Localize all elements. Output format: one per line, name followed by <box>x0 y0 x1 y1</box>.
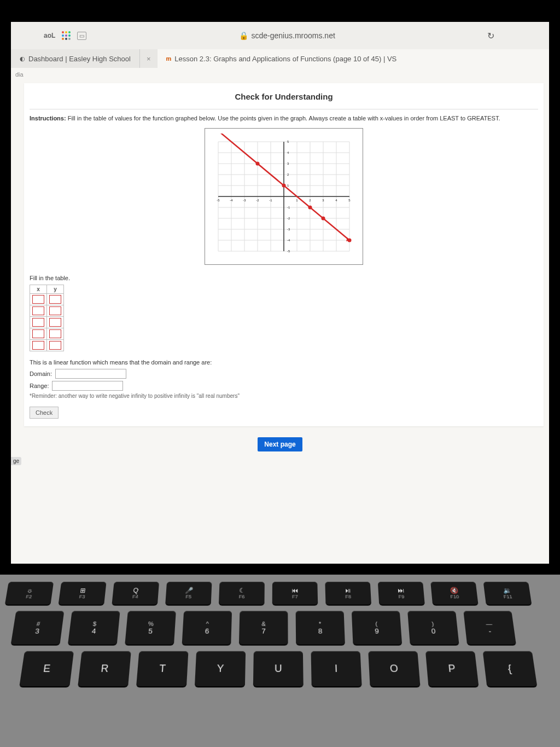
key-5: %5 <box>125 611 176 644</box>
key-f5: 🎤F5 <box>165 582 212 605</box>
key-E: E <box>19 651 74 686</box>
col-y-header: y <box>47 285 64 294</box>
svg-text:3: 3 <box>322 199 324 202</box>
x-input[interactable] <box>32 329 44 338</box>
key-{: { <box>483 651 538 686</box>
key-6: ^6 <box>182 611 232 644</box>
key-f6: ☾F6 <box>219 582 265 605</box>
y-input[interactable] <box>49 295 61 304</box>
table-row <box>30 328 64 340</box>
linear-function-note: This is a linear function which means th… <box>30 359 538 366</box>
key-R: R <box>78 651 131 686</box>
key-Y: Y <box>195 651 246 686</box>
close-tab-icon[interactable]: × <box>140 55 158 63</box>
svg-text:-2: -2 <box>287 217 290 220</box>
key-0: )0 <box>407 611 459 644</box>
svg-text:-1: -1 <box>287 206 290 209</box>
key--: —- <box>463 611 516 644</box>
next-page-button[interactable]: Next page <box>258 437 302 451</box>
graph-figure: -5-4-3-2-112345-5-4-3-2-112345 <box>205 128 363 265</box>
question-card: Check for Understanding Instructions: Fi… <box>24 83 544 426</box>
tab-lesson[interactable]: m Lesson 2.3: Graphs and Applications of… <box>158 49 549 68</box>
svg-text:-4: -4 <box>230 199 233 202</box>
svg-point-47 <box>256 162 260 166</box>
key-T: T <box>136 651 188 686</box>
sidebar-toggle-icon[interactable]: ▭ <box>77 32 86 40</box>
svg-text:5: 5 <box>348 199 351 202</box>
svg-point-49 <box>308 206 312 210</box>
key-f9: ⏭F9 <box>378 582 425 605</box>
svg-text:-4: -4 <box>287 239 290 242</box>
svg-text:-5: -5 <box>287 250 290 253</box>
key-f2: ☼F2 <box>5 582 54 605</box>
tab-label: Lesson 2.3: Graphs and Applications of F… <box>174 55 396 63</box>
tab-label: Dashboard | Easley High School <box>28 55 131 63</box>
apps-grid-icon[interactable] <box>62 31 71 40</box>
lock-icon: 🔒 <box>239 31 248 40</box>
key-9: (9 <box>352 611 402 644</box>
domain-row: Domain: <box>30 369 538 379</box>
tab-dashboard[interactable]: ◐ Dashboard | Easley High School <box>11 49 140 68</box>
key-8: *8 <box>296 611 345 644</box>
svg-text:2: 2 <box>309 199 311 202</box>
page-content: dia Check for Understanding Instructions… <box>11 68 549 564</box>
key-f7: ⏮F7 <box>272 582 318 605</box>
xy-table: x y <box>30 285 64 351</box>
domain-label: Domain: <box>30 370 52 377</box>
aol-label: aoL <box>44 32 55 39</box>
reload-icon[interactable]: ↻ <box>487 31 494 41</box>
x-input[interactable] <box>32 341 44 350</box>
x-input[interactable] <box>32 295 44 304</box>
section-heading: Check for Understanding <box>30 92 538 101</box>
table-row <box>30 294 64 305</box>
x-input[interactable] <box>32 318 44 327</box>
reminder-text: *Reminder: another way to write negative… <box>30 393 538 399</box>
key-f8: ⏯F8 <box>325 582 371 605</box>
range-row: Range: <box>30 381 538 391</box>
col-x-header: x <box>30 285 47 294</box>
y-input[interactable] <box>49 329 61 338</box>
svg-text:-1: -1 <box>269 199 272 202</box>
tab-bar: ◐ Dashboard | Easley High School × m Les… <box>11 49 549 68</box>
key-I: I <box>311 651 362 686</box>
table-row <box>30 305 64 317</box>
fill-table-label: Fill in the table. <box>30 275 538 281</box>
breadcrumb: dia <box>11 68 549 81</box>
key-f10: 🔇F10 <box>430 582 478 605</box>
svg-text:4: 4 <box>335 199 337 202</box>
domain-input[interactable] <box>55 369 126 379</box>
svg-text:-3: -3 <box>287 228 290 231</box>
svg-text:-5: -5 <box>217 199 220 202</box>
key-f3: ⊞F3 <box>59 582 107 605</box>
key-4: $4 <box>68 611 120 644</box>
svg-point-50 <box>322 217 325 221</box>
key-f11: 🔉F11 <box>483 582 532 605</box>
key-O: O <box>368 651 420 686</box>
side-tab[interactable]: ge <box>11 457 21 465</box>
table-row <box>30 317 64 328</box>
tab-favicon-icon: ◐ <box>20 55 25 62</box>
tab-favicon-icon: m <box>166 55 172 62</box>
divider <box>30 109 538 109</box>
y-input[interactable] <box>49 341 61 350</box>
range-input[interactable] <box>52 381 123 391</box>
key-f4: QF4 <box>112 582 159 605</box>
svg-text:-3: -3 <box>243 199 246 202</box>
physical-keyboard: ☼F2⊞F3QF4🎤F5☾F6⏮F7⏯F8⏭F9🔇F10🔉F11 #3$4%5^… <box>0 575 560 747</box>
svg-text:1: 1 <box>296 199 298 202</box>
graph-svg: -5-4-3-2-112345-5-4-3-2-112345 <box>210 134 358 259</box>
y-input[interactable] <box>49 318 61 327</box>
range-label: Range: <box>30 383 49 389</box>
instructions-text: Instructions: Fill in the table of value… <box>30 115 538 121</box>
key-3: #3 <box>11 611 65 644</box>
svg-text:-2: -2 <box>256 199 259 202</box>
svg-point-48 <box>282 184 286 188</box>
x-input[interactable] <box>32 306 44 315</box>
address-bar[interactable]: 🔒 scde-genius.mrooms.net <box>172 31 402 40</box>
key-U: U <box>253 651 304 686</box>
key-P: P <box>425 651 479 686</box>
key-7: &7 <box>239 611 288 644</box>
check-button[interactable]: Check <box>30 407 59 419</box>
url-text: scde-genius.mrooms.net <box>252 31 335 40</box>
y-input[interactable] <box>49 306 61 315</box>
